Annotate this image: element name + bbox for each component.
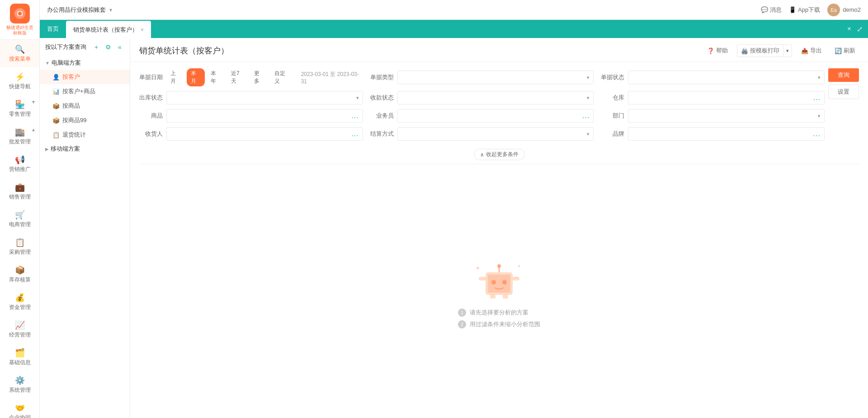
desktop-scheme-header[interactable]: ▼ 电脑端方案 [40,56,130,70]
filter-row-3: 商品 ... 业务员 ... [139,109,825,123]
staff-dots[interactable]: ... [582,112,590,120]
doc-type-label: 单据类型 [370,73,394,81]
date-btn-last-month[interactable]: 上月 [166,68,185,86]
goods-label: 商品 [139,112,163,120]
out-status-select[interactable]: ▾ [166,91,363,104]
tab-home[interactable]: 首页 [40,20,66,38]
message-button[interactable]: 💬 消息 [761,6,782,14]
by-goods-label: 按商品 [62,102,80,110]
sidebar-system-label: 系统管理 [9,386,31,394]
sidebar-item-retail[interactable]: 🏪 零售管理 ▼ [0,95,39,123]
sidebar-item-purchase[interactable]: 📋 采购管理 [0,233,39,261]
date-btn-this-year[interactable]: 本年 [207,68,225,86]
settlement-select[interactable]: ▾ [397,127,594,141]
doc-type-select[interactable]: ▾ [397,71,594,84]
brand-dots[interactable]: ... [813,130,821,138]
scheme-item-by-goods-99[interactable]: 📦 按商品99 [40,113,130,128]
mobile-scheme-header[interactable]: ▶ 移动端方案 [40,142,130,156]
print-button[interactable]: 🖨️ 按模板打印 ▾ [737,44,792,57]
receipt-status-arrow: ▾ [587,95,590,101]
help-button[interactable]: ❓ 帮助 [703,45,731,57]
scheme-item-by-customer-goods[interactable]: 📊 按客户+商品 [40,84,130,99]
tab-expand-button[interactable]: ⤢ [855,24,864,34]
user-profile-button[interactable]: Ea demo2 [827,4,861,16]
step-1-num: 1 [458,309,466,317]
sidebar-item-wholesale[interactable]: 🏬 批发管理 ▲ [0,123,39,150]
sidebar-item-system[interactable]: ⚙️ 系统管理 [0,371,39,399]
sidebar-item-cooperation[interactable]: 🤝 企业协同 [0,399,39,418]
date-btn-last-7[interactable]: 近7天 [227,68,248,86]
collapse-button[interactable]: ∧ 收起更多条件 [474,149,524,160]
settings-button[interactable]: 设置 [828,85,859,99]
date-btn-custom[interactable]: 自定义 [270,68,294,86]
staff-select[interactable]: ... [397,109,594,123]
department-select[interactable]: ▾ [628,109,825,123]
sidebar-item-marketing[interactable]: 📢 营销推广 [0,150,39,178]
app-download-button[interactable]: 📱 App下载 [789,6,820,14]
sidebar-item-basic[interactable]: 🗂️ 基础信息 [0,343,39,371]
date-btn-this-month[interactable]: 本月 [187,68,205,86]
refresh-icon: 🔄 [835,48,842,54]
goods-select[interactable]: ... [166,109,363,123]
brand-label: 品牌 [601,130,624,138]
staff-label: 业务员 [370,112,394,120]
receiver-dots[interactable]: ... [351,130,359,138]
by-customer-goods-icon: 📊 [52,88,60,95]
filter-with-buttons: 单据日期 上月 本月 本年 近7天 更多 自定义 [139,68,859,145]
sidebar-item-inventory[interactable]: 📦 库存核算 [0,261,39,288]
print-main[interactable]: 🖨️ 按模板打印 [737,45,783,57]
sidebar-item-finance[interactable]: 💰 资金管理 [0,288,39,316]
collapse-panel-button[interactable]: « [115,43,124,52]
svg-rect-10 [490,294,495,299]
goods-dots[interactable]: ... [351,112,359,120]
date-btn-more[interactable]: 更多 [250,68,269,86]
scheme-item-by-goods[interactable]: 📦 按商品 [40,99,130,113]
receiver-select[interactable]: ... [166,127,363,141]
sidebar-search-label: 搜索菜单 [9,55,31,63]
tab-close-all-button[interactable]: × [845,24,853,34]
quicknav-icon: ⚡ [15,72,25,82]
print-icon: 🖨️ [741,48,748,54]
filter-settlement-item: 结算方式 ▾ [370,127,594,141]
department-label: 部门 [601,112,624,120]
warehouse-select[interactable]: ... [628,91,825,104]
sidebar-item-operations[interactable]: 📈 经营管理 [0,316,39,343]
query-buttons: 查询 设置 [828,68,859,99]
topnav-dropdown-arrow[interactable]: ▾ [109,7,112,13]
warehouse-dots[interactable]: ... [813,94,821,102]
filter-section: 单据日期 上月 本月 本年 近7天 更多 自定义 [130,62,868,164]
desktop-scheme-label: 电脑端方案 [52,59,81,67]
collapse-up-icon: ∧ [480,152,484,158]
empty-hint-1: 1 请先选择要分析的方案 [458,309,540,317]
settlement-arrow: ▾ [587,131,590,137]
doc-status-select[interactable]: ▾ [628,71,825,84]
print-arrow[interactable]: ▾ [783,46,792,56]
doc-status-label: 单据状态 [601,73,624,81]
filter-department-item: 部门 ▾ [601,109,825,123]
collapse-bar: ∧ 收起更多条件 [139,145,859,164]
export-button[interactable]: 📤 导出 [797,45,826,57]
settings-scheme-button[interactable]: ⚙ [104,43,113,52]
receipt-status-select[interactable]: ▾ [397,91,594,104]
tab-close-button[interactable]: × [141,27,144,33]
scheme-item-return-stats[interactable]: 📋 退货统计 [40,128,130,142]
tab-sales-stats[interactable]: 销货单统计表（按客户） × [66,21,151,39]
svg-text:✦: ✦ [517,264,521,269]
svg-point-7 [497,264,501,268]
filter-staff-item: 业务员 ... [370,109,594,123]
sidebar-basic-label: 基础信息 [9,359,31,366]
sidebar-menu: 🔍 搜索菜单 ⚡ 快捷导航 🏪 零售管理 ▼ 🏬 批发管理 ▲ 📢 营销推广 💼… [0,40,39,418]
brand-select[interactable]: ... [628,127,825,141]
mobile-group-arrow: ▶ [45,147,49,152]
scheme-item-by-customer[interactable]: 👤 按客户 [40,70,130,84]
sidebar-item-quicknav[interactable]: ⚡ 快捷导航 [0,67,39,95]
add-scheme-button[interactable]: + [92,43,101,52]
sidebar-item-search[interactable]: 🔍 搜索菜单 [0,40,39,67]
filter-warehouse-item: 仓库 ... [601,91,825,104]
refresh-button[interactable]: 🔄 刷新 [831,45,859,57]
sidebar-item-ecommerce[interactable]: 🛒 电商管理 [0,205,39,233]
sidebar-item-sales[interactable]: 💼 销售管理 [0,178,39,205]
department-arrow: ▾ [818,113,821,119]
operations-icon: 📈 [15,320,25,330]
query-button[interactable]: 查询 [828,68,859,82]
